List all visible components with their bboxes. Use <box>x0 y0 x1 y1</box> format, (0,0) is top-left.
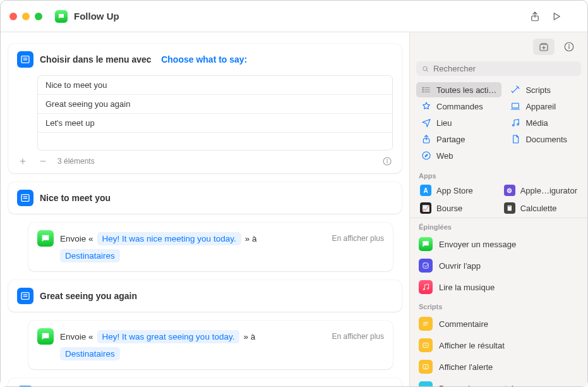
window-controls <box>9 13 42 20</box>
titlebar: Follow Up <box>1 1 587 32</box>
show-more-button[interactable]: En afficher plus <box>332 234 385 243</box>
category-suggestions[interactable]: Commandes <box>416 99 501 114</box>
action-ask-input[interactable]: Demander une entrée <box>410 378 587 386</box>
category-device[interactable]: Appareil <box>505 99 581 114</box>
menu-icon <box>17 190 33 206</box>
run-button[interactable] <box>546 8 567 25</box>
show-more-button[interactable]: En afficher plus <box>332 332 385 341</box>
music-icon <box>510 118 520 128</box>
category-web[interactable]: Web <box>416 148 501 163</box>
remove-item-button[interactable] <box>37 156 49 167</box>
wand-icon <box>510 85 520 95</box>
alert-icon <box>419 360 433 374</box>
open-app-icon <box>419 259 433 273</box>
comment-icon <box>419 317 433 331</box>
svg-rect-39 <box>423 263 428 268</box>
action-title-prefix: Choisir dans le menu avec <box>40 54 152 64</box>
svg-point-35 <box>513 125 515 126</box>
actions-sidebar: Toutes les acti… Scripts Commandes Appar… <box>409 32 587 386</box>
svg-point-32 <box>423 92 423 92</box>
svg-point-9 <box>387 159 388 160</box>
search-input[interactable] <box>433 64 576 73</box>
action-send-message[interactable]: Envoie « Hey! It was nice meeting you to… <box>28 223 393 271</box>
menu-item[interactable]: Nice to meet you <box>38 76 392 94</box>
action-show-alert[interactable]: Afficher l'alerte <box>410 356 587 378</box>
messages-icon <box>37 230 54 247</box>
app-configurator[interactable]: ⚙ Apple…igurator <box>500 182 581 199</box>
info-button[interactable] <box>381 156 393 167</box>
action-send-message[interactable]: Envoyer un message <box>410 233 587 255</box>
send-suffix: » à <box>245 234 257 243</box>
app-bourse[interactable]: 📈 Bourse <box>416 200 496 216</box>
action-comment[interactable]: Commentaire <box>410 313 587 335</box>
action-show-result[interactable]: Afficher le résultat <box>410 335 587 356</box>
configurator-icon: ⚙ <box>504 185 515 196</box>
recipients-token[interactable]: Destinataires <box>60 347 120 360</box>
case-title: Great seeing you again <box>40 291 137 301</box>
maximize-window-button[interactable] <box>35 13 42 20</box>
close-window-button[interactable] <box>9 13 17 20</box>
messages-icon <box>419 237 433 251</box>
menu-icon <box>17 51 33 68</box>
svg-line-26 <box>426 70 428 71</box>
stocks-icon: 📈 <box>420 202 431 214</box>
share-button[interactable] <box>524 8 546 25</box>
safari-icon <box>421 150 431 161</box>
calculator-icon: 🖩 <box>504 202 515 214</box>
svg-point-41 <box>427 288 428 289</box>
category-sharing[interactable]: Partage <box>416 132 501 147</box>
category-scripts[interactable]: Scripts <box>505 82 581 97</box>
library-button[interactable] <box>533 39 555 55</box>
message-token[interactable]: Hey! It was great seeing you today. <box>97 330 240 343</box>
minimize-window-button[interactable] <box>22 13 30 20</box>
category-label: Documents <box>525 135 567 144</box>
action-send-message[interactable]: Envoie « Hey! It was great seeing you to… <box>28 321 393 369</box>
category-documents[interactable]: Documents <box>505 132 581 147</box>
search-field[interactable] <box>416 61 581 76</box>
action-open-app[interactable]: Ouvrir l'app <box>410 255 587 276</box>
menu-case-lets-meet-up[interactable]: Let's meet up <box>8 378 402 386</box>
action-choose-from-menu[interactable]: Choisir dans le menu avec Choose what to… <box>8 44 402 173</box>
category-label: Web <box>436 151 453 161</box>
info-panel-button[interactable] <box>558 39 580 55</box>
app-label: Apple…igurator <box>520 186 577 195</box>
window-body: Choisir dans le menu avec Choose what to… <box>1 32 587 386</box>
star-icon <box>421 101 431 111</box>
recipients-token[interactable]: Destinataires <box>60 249 120 262</box>
svg-point-30 <box>423 87 423 88</box>
category-all[interactable]: Toutes les acti… <box>416 82 501 97</box>
document-icon <box>510 134 520 144</box>
messages-icon <box>37 328 54 345</box>
action-title-param[interactable]: Choose what to say: <box>161 54 247 64</box>
app-appstore[interactable]: A App Store <box>416 182 496 199</box>
list-icon <box>421 85 431 95</box>
menu-icon <box>17 288 33 304</box>
app-label: Bourse <box>436 204 462 213</box>
svg-rect-33 <box>512 103 519 108</box>
action-label: Envoyer un message <box>439 240 516 249</box>
window-title: Follow Up <box>74 11 119 22</box>
message-token[interactable]: Hey! It was nice meeting you today. <box>97 232 241 245</box>
action-title: Choisir dans le menu avec Choose what to… <box>40 54 247 64</box>
category-media[interactable]: Média <box>505 115 581 130</box>
category-label: Média <box>525 118 548 128</box>
action-play-music[interactable]: Lire la musique <box>410 276 587 298</box>
menu-case-nice-to-meet-you[interactable]: Nice to meet you <box>8 182 402 214</box>
add-item-button[interactable] <box>17 156 28 167</box>
workflow-editor: Choisir dans le menu avec Choose what to… <box>1 32 409 386</box>
menu-case-great-seeing-you[interactable]: Great seeing you again <box>8 280 402 312</box>
send-prefix: Envoie « <box>60 332 93 341</box>
svg-point-36 <box>517 123 519 125</box>
category-label: Lieu <box>436 118 452 128</box>
menu-item-empty[interactable] <box>38 132 392 150</box>
svg-point-38 <box>423 152 430 159</box>
category-location[interactable]: Lieu <box>416 115 501 130</box>
location-icon <box>421 118 431 128</box>
menu-item[interactable]: Let's meet up <box>38 113 392 132</box>
action-label: Lire la musique <box>439 283 495 292</box>
app-calculette[interactable]: 🖩 Calculette <box>500 200 581 216</box>
svg-point-31 <box>423 89 423 90</box>
menu-item[interactable]: Great seeing you again <box>38 94 392 113</box>
nested-actions: Envoie « Hey! It was nice meeting you to… <box>8 223 402 280</box>
input-icon <box>419 381 433 386</box>
